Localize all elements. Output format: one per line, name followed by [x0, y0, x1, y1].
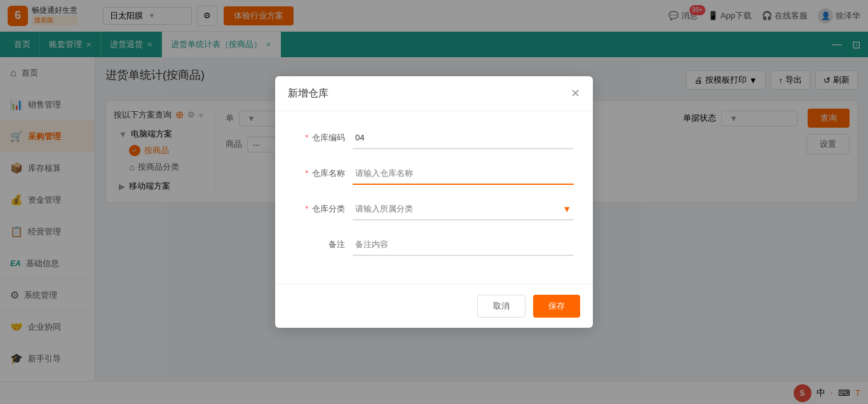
note-label-text: 备注: [329, 239, 345, 249]
note-input[interactable]: [353, 233, 574, 256]
form-row-name: * 仓库名称: [294, 162, 574, 185]
category-label: * 仓库分类: [294, 203, 345, 215]
name-input[interactable]: [353, 162, 574, 185]
name-required-mark: *: [305, 168, 308, 178]
modal-title: 新增仓库: [288, 87, 329, 100]
code-input[interactable]: [353, 126, 574, 149]
category-select-wrap: ▼: [353, 198, 574, 220]
name-label-text: 仓库名称: [312, 168, 345, 178]
code-label-text: 仓库编码: [312, 133, 345, 142]
form-row-code: * 仓库编码: [294, 126, 574, 149]
modal-body: * 仓库编码 * 仓库名称 * 仓库分类: [275, 111, 593, 284]
category-required-mark: *: [305, 204, 308, 213]
modal-footer: 取消 保存: [275, 284, 593, 328]
note-label: 备注: [294, 239, 345, 250]
code-required-mark: *: [305, 133, 308, 142]
name-label: * 仓库名称: [294, 168, 345, 179]
cancel-btn[interactable]: 取消: [477, 295, 526, 318]
form-row-category: * 仓库分类 ▼: [294, 198, 574, 220]
modal-overlay: 新增仓库 ✕ * 仓库编码 * 仓库名称: [0, 0, 868, 404]
category-label-text: 仓库分类: [312, 204, 345, 213]
modal-header: 新增仓库 ✕: [275, 76, 593, 111]
modal-close-btn[interactable]: ✕: [571, 86, 580, 100]
add-warehouse-modal: 新增仓库 ✕ * 仓库编码 * 仓库名称: [275, 76, 593, 328]
save-btn[interactable]: 保存: [533, 295, 580, 318]
form-row-note: 备注: [294, 233, 574, 256]
category-input[interactable]: [353, 198, 574, 220]
code-label: * 仓库编码: [294, 132, 345, 144]
